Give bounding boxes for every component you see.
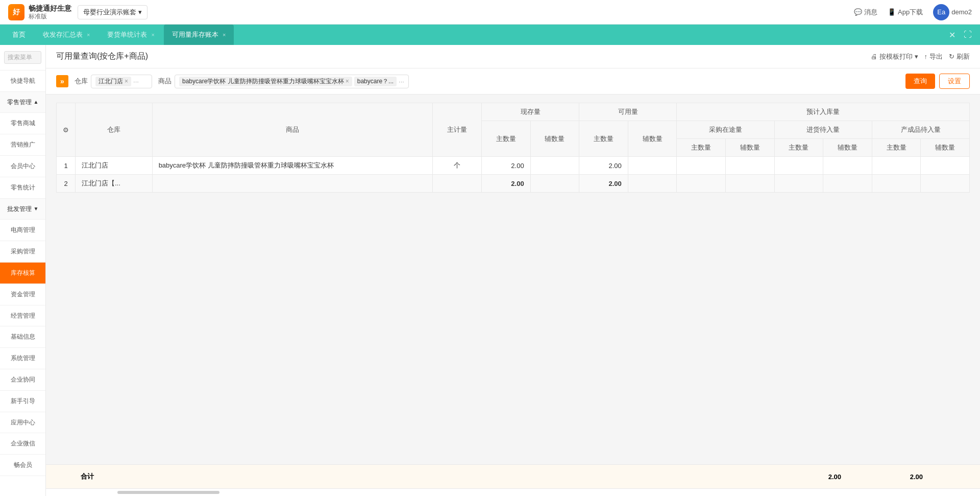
export-icon: ↑ [924, 53, 928, 60]
logo-icon: 好 [8, 4, 24, 20]
logo-area: 好 畅捷通好生意 标准版 [8, 4, 71, 21]
chevron-down-icon: ▾ [138, 8, 142, 16]
sidebar-item-finance[interactable]: 资金管理 [0, 284, 45, 305]
page-title: 可用量查询(按仓库+商品) [56, 51, 148, 62]
row1-incoming-main [774, 157, 823, 175]
product-ellipsis: ··· [399, 78, 404, 85]
horizontal-scrollbar[interactable] [117, 491, 219, 494]
table-row: 1 江北门店 babycare学饮杯 儿童防摔防撞吸管杯重力球吸嘴杯宝宝水杯 个… [57, 157, 970, 175]
sidebar-item-system[interactable]: 系统管理 [0, 348, 45, 369]
search-input-placeholder[interactable]: 搜索菜单 [4, 51, 41, 64]
sidebar-item-quick-nav[interactable]: 快捷导航 [0, 70, 45, 92]
app-icon: 📱 [888, 8, 896, 16]
product-tag2: babycare？... [354, 77, 397, 86]
sidebar-item-member[interactable]: 畅会员 [0, 455, 45, 476]
scroll-bar-area [46, 488, 980, 496]
row2-incoming-aux [823, 175, 872, 193]
sidebar-item-basic-info[interactable]: 基础信息 [0, 326, 45, 348]
row2-avail-aux [628, 175, 677, 193]
row1-product: babycare学饮杯 儿童防摔防撞吸管杯重力球吸嘴杯宝宝水杯 [152, 157, 433, 175]
product-tag-container[interactable]: babycare学饮杯 儿童防摔防撞吸管杯重力球吸嘴杯宝宝水杯 × babyca… [175, 75, 409, 88]
sidebar-item-retail-mgmt[interactable]: 零售管理 ▲ [0, 92, 45, 113]
industry-selector[interactable]: 母婴行业演示账套 ▾ [78, 5, 148, 19]
sidebar-item-operations[interactable]: 经营管理 [0, 305, 45, 327]
row1-warehouse: 江北门店 [76, 157, 153, 175]
sidebar-item-retail-mall[interactable]: 零售商城 [0, 113, 45, 134]
top-bar: 好 畅捷通好生意 标准版 母婴行业演示账套 ▾ 💬 消息 📱 App下载 Ea … [0, 0, 980, 25]
header-actions: 🖨 按模板打印 ▾ ↑ 导出 ↻ 刷新 [871, 52, 970, 61]
sidebar-search-area: 搜索菜单 [0, 45, 45, 70]
tab-order-stats[interactable]: 要货单统计表 × [99, 25, 162, 45]
sidebar-item-new-guide[interactable]: 新手引导 [0, 391, 45, 412]
row2-current-aux [530, 175, 579, 193]
row1-avail-aux [628, 157, 677, 175]
avatar: Ea [933, 4, 949, 20]
remove-product-tag1[interactable]: × [346, 78, 349, 85]
close-tab-available[interactable]: × [223, 32, 226, 38]
remove-warehouse-tag[interactable]: × [125, 78, 128, 85]
warehouse-tag-container[interactable]: 江北门店 × ··· [91, 75, 152, 88]
sidebar-item-retail-stats[interactable]: 零售统计 [0, 177, 45, 199]
print-button[interactable]: 🖨 按模板打印 ▾ [871, 52, 918, 61]
tab-home[interactable]: 首页 [4, 25, 34, 45]
warehouse-label: 仓库 [75, 77, 88, 86]
sidebar-item-wholesale-mgmt[interactable]: 批发管理 ▼ [0, 199, 45, 220]
row2-incoming-main [774, 175, 823, 193]
user-profile[interactable]: Ea demo2 [933, 4, 972, 20]
row1-index: 1 [57, 157, 76, 175]
sidebar-item-member-center[interactable]: 会员中心 [0, 156, 45, 177]
sidebar-item-inventory[interactable]: 库存核算 [0, 263, 45, 284]
filter-toggle-button[interactable]: » [56, 75, 68, 87]
row1-unit: 个 [433, 157, 482, 175]
th-finished-aux: 辅数量 [921, 139, 970, 157]
tab-receive-summary[interactable]: 收发存汇总表 × [35, 25, 98, 45]
table-row: 2 江北门店【... 2.00 2.00 [57, 175, 970, 193]
refresh-button[interactable]: ↻ 刷新 [949, 52, 970, 61]
th-purchase-main: 主数量 [677, 139, 726, 157]
sidebar-item-enterprise-collab[interactable]: 企业协同 [0, 369, 45, 391]
tab-available-stock[interactable]: 可用量库存账本 × [164, 25, 234, 45]
th-incoming-main: 主数量 [774, 139, 823, 157]
th-purchase-aux: 辅数量 [726, 139, 775, 157]
print-dropdown-icon: ▾ [915, 53, 918, 60]
filter-actions: 查询 设置 [905, 74, 970, 89]
th-settings[interactable]: ⚙ [57, 103, 76, 157]
row2-unit [433, 175, 482, 193]
print-icon: 🖨 [871, 53, 877, 60]
nav-tabs: 首页 收发存汇总表 × 要货单统计表 × 可用量库存账本 × ✕ ⛶ [0, 25, 980, 45]
row1-current-aux [530, 157, 579, 175]
row2-current-main: 2.00 [482, 175, 531, 193]
query-button[interactable]: 查询 [905, 74, 935, 89]
export-button[interactable]: ↑ 导出 [924, 52, 943, 61]
sidebar-item-app-center[interactable]: 应用中心 [0, 412, 45, 434]
maximize-icon[interactable]: ⛶ [962, 28, 974, 41]
message-button[interactable]: 💬 消息 [854, 8, 877, 17]
main-content: 可用量查询(按仓库+商品) 🖨 按模板打印 ▾ ↑ 导出 ↻ 刷新 » [46, 45, 980, 496]
logo-text: 畅捷通好生意 标准版 [29, 4, 71, 21]
top-bar-left: 好 畅捷通好生意 标准版 母婴行业演示账套 ▾ [8, 4, 148, 21]
th-avail-aux: 辅数量 [628, 121, 677, 157]
app-download-button[interactable]: 📱 App下载 [888, 8, 923, 17]
row1-incoming-aux [823, 157, 872, 175]
row1-finished-main [872, 157, 921, 175]
filter-ellipsis: ··· [133, 78, 139, 85]
close-tab-order[interactable]: × [151, 32, 154, 38]
close-tab-receive[interactable]: × [87, 32, 90, 38]
page-header: 可用量查询(按仓库+商品) 🖨 按模板打印 ▾ ↑ 导出 ↻ 刷新 [46, 45, 980, 68]
row2-purchase-main [677, 175, 726, 193]
th-current-aux: 辅数量 [530, 121, 579, 157]
data-table: ⚙ 仓库 商品 主计量 现存量 可用量 预计入库量 主数量 辅数量 主数量 辅数… [56, 103, 970, 193]
refresh-icon: ↻ [949, 53, 954, 60]
sidebar-item-marketing[interactable]: 营销推广 [0, 134, 45, 156]
row1-avail-main: 2.00 [579, 157, 628, 175]
sidebar-item-wechat[interactable]: 企业微信 [0, 433, 45, 455]
row1-purchase-aux [726, 157, 775, 175]
settings-button[interactable]: 设置 [939, 74, 970, 89]
close-all-tabs[interactable]: ✕ [947, 28, 958, 42]
sidebar-item-purchase[interactable]: 采购管理 [0, 241, 45, 263]
product-label: 商品 [158, 77, 172, 86]
summary-avail-main: 2.00 [888, 469, 929, 484]
sidebar-item-ecommerce[interactable]: 电商管理 [0, 220, 45, 241]
row2-warehouse: 江北门店【... [76, 175, 153, 193]
summary-label: 合计 [75, 469, 136, 484]
